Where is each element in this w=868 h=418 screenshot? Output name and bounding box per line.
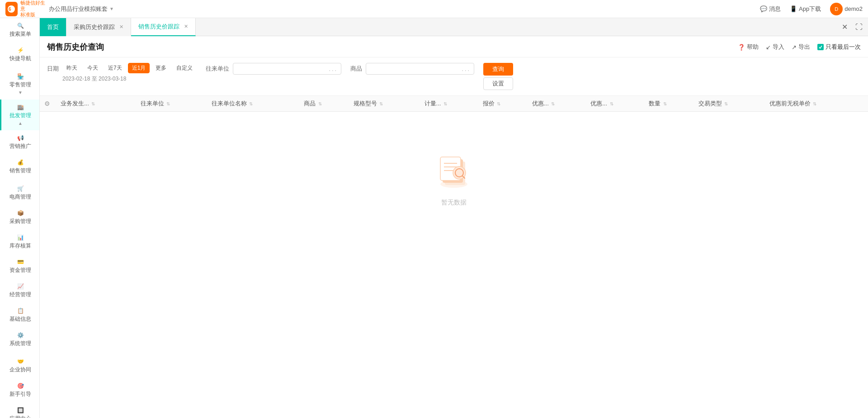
app-selector[interactable]: 办公用品行业模拟账套 ▼ [49,5,114,13]
settings-col-icon[interactable]: ⚙ [44,100,50,107]
query-button[interactable]: 查询 [483,63,513,76]
th-quantity: 数量 ⇅ [644,96,693,112]
sort-icon[interactable]: ⇅ [249,101,253,106]
search-icon: 🔍 [17,23,24,29]
ecommerce-icon: 🛒 [17,185,24,192]
tab-bar: 首页 采购历史价跟踪 ✕ 销售历史价跟踪 ✕ ✕ ⛶ [40,18,868,36]
partner-input-wrap: ... [233,63,341,75]
sidebar-item-marketing-promo[interactable]: 📢 营销推广 [0,130,39,155]
chevron-down-icon: ▼ [109,6,114,11]
sidebar-item-ops-mgmt[interactable]: 📈 经营管理 [0,279,39,303]
sidebar-item-app-center[interactable]: 🔲 应用中心 [0,403,39,418]
date-btn-today[interactable]: 今天 [83,63,102,73]
sidebar-item-wholesale-mgmt[interactable]: 🏬 批发管理 ▲ [0,100,39,130]
sidebar-item-label: 系统管理 [9,340,31,347]
help-icon: ❓ [738,44,745,51]
import-btn[interactable]: ↙ 导入 [766,43,784,51]
only-last-label: 只看最后一次 [826,43,861,51]
sidebar-item-new-guide[interactable]: 🎯 新手引导 [0,378,39,403]
sort-icon[interactable]: ⇅ [443,101,447,106]
sidebar-item-label: 基础信息 [9,315,31,323]
product-filter-label: 商品 [350,63,362,73]
sidebar-item-label: 经营管理 [9,291,31,299]
sidebar-item-quick-nav[interactable]: ⚡ 快捷导航 [0,43,39,67]
close-icon[interactable]: ✕ [184,24,188,29]
logo-area: 6 畅捷信好生意 标准版 [5,0,45,18]
sort-icon[interactable]: ⇅ [724,101,728,106]
close-icon[interactable]: ✕ [119,24,123,30]
th-discount2: 优惠... ⇅ [586,96,644,112]
logo-text: 畅捷信好生意 标准版 [20,0,45,18]
sort-icon[interactable]: ⇅ [379,101,383,106]
partner-picker-icon[interactable]: ... [329,65,337,73]
avatar: D [830,3,843,15]
partner-input[interactable] [237,66,329,72]
sidebar-item-enterprise-coop[interactable]: 🤝 企业协同 [0,354,39,378]
close-tab-btn[interactable]: ✕ [839,22,850,33]
tab-purchase-history[interactable]: 采购历史价跟踪 ✕ [66,18,131,36]
sort-icon[interactable]: ⇅ [166,101,170,106]
sidebar-item-finance-mgmt[interactable]: 💳 资金管理 [0,254,39,279]
content-area: 首页 采购历史价跟踪 ✕ 销售历史价跟踪 ✕ ✕ ⛶ 销售历史价查询 [40,18,868,418]
maximize-btn[interactable]: ⛶ [854,22,864,33]
sort-icon[interactable]: ⇅ [91,101,95,106]
sort-icon[interactable]: ⇅ [551,101,555,106]
sort-icon[interactable]: ⇅ [663,101,667,106]
date-btn-yesterday[interactable]: 昨天 [62,63,81,73]
empty-state: 暂无数据 [40,112,868,243]
date-btn-1month[interactable]: 近1月 [128,63,150,73]
settings-button[interactable]: 设置 [483,77,513,90]
message-icon: 💬 [760,5,767,12]
date-filter-label: 日期 [47,63,59,73]
finance-icon: 💳 [17,259,24,265]
sidebar-item-label: 采购管理 [9,218,31,225]
coop-icon: 🤝 [17,358,24,365]
tab-home[interactable]: 首页 [40,18,66,36]
sidebar-item-search-menu[interactable]: 🔍 搜索菜单 [0,18,39,43]
sidebar-item-sales-mgmt[interactable]: 💰 销售管理 [0,155,39,179]
sidebar-item-basic-info[interactable]: 📋 基础信息 [0,303,39,328]
sort-icon[interactable]: ⇅ [813,101,816,106]
tab-label: 采购历史价跟踪 [74,23,115,31]
help-label: 帮助 [747,43,759,51]
empty-state-text: 暂无数据 [441,199,467,207]
th-discount1: 优惠... ⇅ [528,96,586,112]
message-btn[interactable]: 💬 消息 [760,5,781,13]
date-filter-buttons: 昨天 今天 近7天 近1月 更多 自定义 [62,63,197,73]
sort-icon[interactable]: ⇅ [497,101,500,106]
sidebar-item-label: 营销推广 [9,142,31,150]
only-last-checkbox-wrap[interactable]: 只看最后一次 [817,43,861,51]
sidebar-item-purchase-mgmt[interactable]: 📦 采购管理 [0,205,39,230]
sidebar-item-sys-mgmt[interactable]: ⚙️ 系统管理 [0,328,39,352]
gear-icon: ⚙️ [17,332,24,338]
chevron-up-icon: ▲ [18,121,23,126]
export-btn[interactable]: ↗ 导出 [792,43,810,51]
sidebar-item-ecommerce-mgmt[interactable]: 🛒 电商管理 [0,181,39,205]
table-head: ⚙ 业务发生... ⇅ 往来单位 ⇅ 往来单位名称 [40,96,868,112]
product-picker-icon[interactable]: ... [462,65,470,73]
export-icon: ↗ [792,44,797,51]
product-input[interactable] [370,66,462,72]
tab-sales-history[interactable]: 销售历史价跟踪 ✕ [131,18,196,36]
sidebar-item-inventory[interactable]: 📊 库存核算 [0,230,39,254]
sidebar-item-label: 库存核算 [9,242,31,250]
sort-icon[interactable]: ⇅ [318,101,322,106]
th-price: 报价 ⇅ [478,96,528,112]
sidebar-item-label: 应用中心 [9,415,31,418]
help-btn[interactable]: ❓ 帮助 [738,43,759,51]
sort-icon[interactable]: ⇅ [610,101,613,106]
tab-label: 首页 [47,23,59,31]
sidebar: 🔍 搜索菜单 ⚡ 快捷导航 🏪 零售管理 ▼ 🏬 批发管理 ▲ 📢 营销推广 💰… [0,18,40,418]
date-btn-7days[interactable]: 近7天 [104,63,126,73]
sidebar-item-retail-mgmt[interactable]: 🏪 零售管理 ▼ [0,69,39,100]
date-btn-more[interactable]: 更多 [151,63,170,73]
th-biz-date: 业务发生... ⇅ [56,96,136,112]
top-bar-actions: 💬 消息 📱 App下载 D demo2 [760,3,863,15]
app-download-btn[interactable]: 📱 App下载 [790,5,821,13]
nav-icon: ⚡ [17,47,24,53]
page-title: 销售历史价查询 [47,42,104,52]
sidebar-item-label: 批发管理 [9,112,31,119]
user-area[interactable]: D demo2 [830,3,863,15]
th-trade-type: 交易类型 ⇅ [694,96,765,112]
date-btn-custom[interactable]: 自定义 [172,63,197,73]
